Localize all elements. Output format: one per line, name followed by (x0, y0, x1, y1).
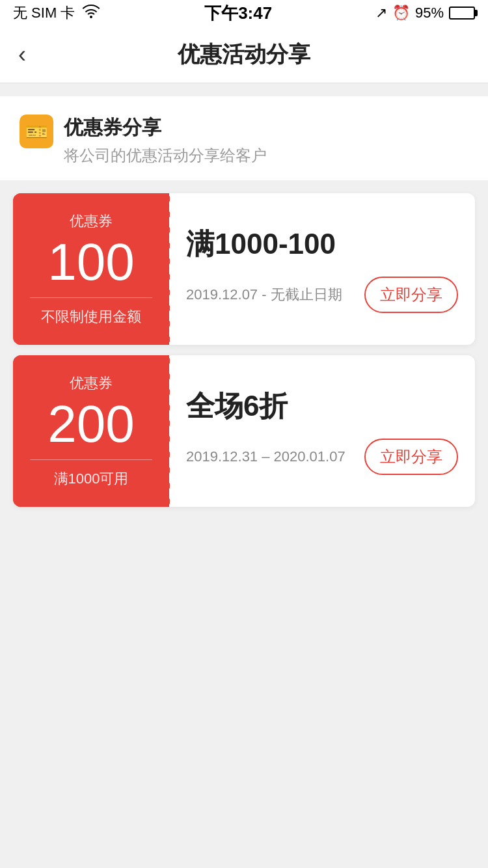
nav-bar: ‹ 优惠活动分享 (0, 26, 488, 83)
status-left: 无 SIM 卡 (13, 3, 101, 23)
status-time: 下午3:47 (204, 2, 272, 25)
coupon-left-0: 优惠券 100 不限制使用金额 (13, 193, 169, 345)
coupon-name-0: 满1000-100 (186, 225, 458, 264)
coupon-amount-0: 100 (47, 236, 134, 288)
no-sim-text: 无 SIM 卡 (13, 3, 75, 23)
coupon-card: 优惠券 100 不限制使用金额 满1000-100 2019.12.07 - 无… (13, 193, 475, 345)
coupon-divider-1 (30, 459, 152, 460)
location-icon: ↗ (375, 5, 387, 21)
coupon-left-inner-0: 优惠券 100 不限制使用金额 (23, 211, 159, 327)
section-icon: 🎫 (20, 115, 53, 148)
coupon-left-1: 优惠券 200 满1000可用 (13, 355, 169, 507)
coupon-label-1: 优惠券 (70, 373, 113, 393)
coupon-name-1: 全场6折 (186, 387, 458, 426)
coupon-date-1: 2019.12.31 – 2020.01.07 (186, 448, 346, 465)
section-header: 🎫 优惠券分享 将公司的优惠活动分享给客户 (0, 96, 488, 180)
status-bar: 无 SIM 卡 下午3:47 ↗ ⏰ 95% (0, 0, 488, 26)
coupon-list: 优惠券 100 不限制使用金额 满1000-100 2019.12.07 - 无… (0, 193, 488, 507)
coupon-right-0: 满1000-100 2019.12.07 - 无截止日期 立即分享 (169, 193, 475, 345)
share-button-1[interactable]: 立即分享 (364, 439, 458, 475)
section-subtitle: 将公司的优惠活动分享给客户 (64, 145, 267, 166)
share-button-0[interactable]: 立即分享 (364, 277, 458, 313)
coupon-meta-1: 2019.12.31 – 2020.01.07 立即分享 (186, 439, 458, 475)
coupon-meta-0: 2019.12.07 - 无截止日期 立即分享 (186, 277, 458, 313)
nav-title: 优惠活动分享 (178, 40, 310, 70)
coupon-card: 优惠券 200 满1000可用 全场6折 2019.12.31 – 2020.0… (13, 355, 475, 507)
coupon-condition-1: 满1000可用 (54, 469, 129, 489)
coupon-label-0: 优惠券 (70, 211, 113, 231)
coupon-divider-0 (30, 297, 152, 298)
battery-percent: 95% (415, 5, 444, 21)
section-title: 优惠券分享 (64, 115, 267, 141)
back-button[interactable]: ‹ (18, 41, 26, 68)
coupon-right-1: 全场6折 2019.12.31 – 2020.01.07 立即分享 (169, 355, 475, 507)
alarm-icon: ⏰ (392, 5, 410, 21)
status-right: ↗ ⏰ 95% (375, 5, 475, 21)
coupon-date-0: 2019.12.07 - 无截止日期 (186, 285, 342, 305)
coupon-left-inner-1: 优惠券 200 满1000可用 (23, 373, 159, 489)
coupon-amount-1: 200 (47, 398, 134, 450)
coupon-condition-0: 不限制使用金额 (41, 307, 141, 327)
section-text: 优惠券分享 将公司的优惠活动分享给客户 (64, 115, 267, 166)
battery-icon (449, 7, 475, 20)
wifi-icon (81, 4, 101, 22)
